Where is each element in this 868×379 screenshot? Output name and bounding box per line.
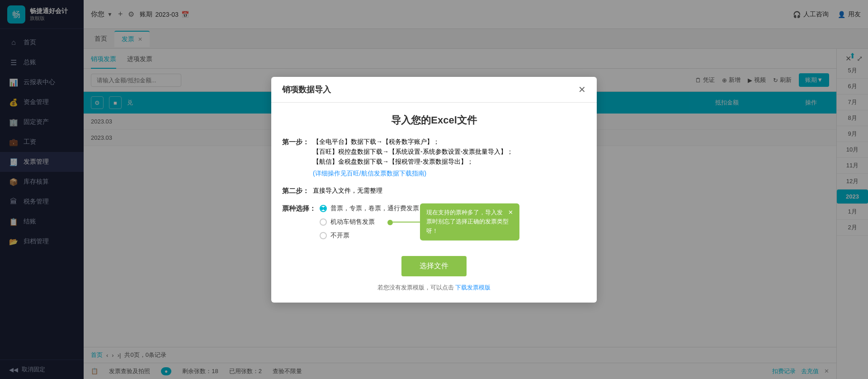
- modal-close-button[interactable]: ✕: [578, 84, 586, 95]
- tooltip-bubble: ✕ 现在支持的票种多了，导入发票时别忘了选择正确的发票类型呀！: [420, 203, 519, 240]
- radio-normal-circle: [320, 205, 327, 212]
- radio-motor[interactable]: 机动车销售发票 ✕ 现在支持的票种多了，导入发票时别忘了选择正确的发票类型呀！: [320, 218, 470, 226]
- step-1: 第一步： 【全电平台】数据下载→【税务数字账户】； 【百旺】税控盘数据下载→【系…: [282, 138, 586, 178]
- ticket-select-row: 票种选择： 普票，专票，卷票，通行费发票，农产品销售发票 机动车销售发票: [282, 204, 586, 245]
- radio-motor-circle: [320, 218, 327, 226]
- step1-line-1: 【全电平台】数据下载→【税务数字账户】；: [313, 138, 513, 146]
- step1-label: 第一步：: [282, 138, 309, 147]
- select-file-button[interactable]: 选择文件: [401, 256, 467, 276]
- modal-overlay: 销项数据导入 ✕ 导入您的Excel文件 第一步： 【全电平台】数据下载→【税务…: [0, 0, 868, 379]
- radio-group: 普票，专票，卷票，通行费发票，农产品销售发票 机动车销售发票 ✕ 现在支持的票: [320, 204, 470, 245]
- radio-no-ticket-label: 不开票: [330, 232, 349, 240]
- modal-title: 销项数据导入: [282, 84, 331, 95]
- step1-line-3: 【航信】金税盘数据下载→【报税管理-发票数据导出】；: [313, 158, 513, 166]
- tooltip-trigger: ✕ 现在支持的票种多了，导入发票时别忘了选择正确的发票类型呀！: [387, 218, 393, 226]
- step1-lines: 【全电平台】数据下载→【税务数字账户】； 【百旺】税控盘数据下载→【系统设置-系…: [313, 138, 513, 178]
- download-hint: 若您没有发票模版，可以点击 下载发票模版: [282, 284, 586, 292]
- import-modal: 销项数据导入 ✕ 导入您的Excel文件 第一步： 【全电平台】数据下载→【税务…: [271, 77, 597, 303]
- step1-content: 第一步： 【全电平台】数据下载→【税务数字账户】； 【百旺】税控盘数据下载→【系…: [282, 138, 586, 178]
- download-template-link[interactable]: 下载发票模版: [455, 284, 491, 291]
- radio-motor-label: 机动车销售发票: [330, 218, 375, 226]
- step1-guide-link[interactable]: (详细操作见百旺/航信发票数据下载指南): [313, 170, 426, 177]
- ticket-select-label: 票种选择：: [282, 204, 316, 213]
- modal-body: 导入您的Excel文件 第一步： 【全电平台】数据下载→【税务数字账户】； 【百…: [271, 103, 597, 303]
- step2-text: 直接导入文件，无需整理: [313, 187, 382, 195]
- tooltip-close-button[interactable]: ✕: [508, 208, 513, 217]
- step1-line-2: 【百旺】税控盘数据下载→【系统设置-系统参数设置-发票批量导入】；: [313, 148, 513, 156]
- step2-label: 第二步：: [282, 187, 309, 195]
- modal-header: 销项数据导入 ✕: [271, 77, 597, 103]
- radio-no-ticket-circle: [320, 232, 327, 239]
- modal-main-title: 导入您的Excel文件: [282, 114, 586, 127]
- step-2: 第二步： 直接导入文件，无需整理: [282, 187, 586, 195]
- download-hint-prefix: 若您没有发票模版，可以点击: [377, 284, 454, 291]
- step2-content: 第二步： 直接导入文件，无需整理: [282, 187, 586, 195]
- tooltip-text: 现在支持的票种多了，导入发票时别忘了选择正确的发票类型呀！: [426, 208, 509, 234]
- tooltip-line: [393, 222, 420, 223]
- tooltip-dot: [387, 220, 393, 225]
